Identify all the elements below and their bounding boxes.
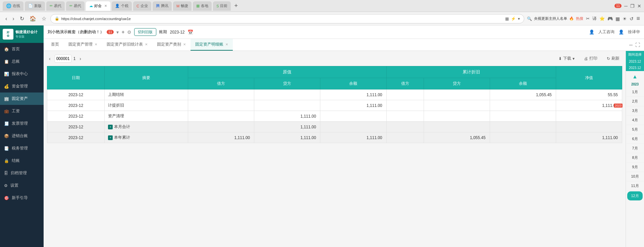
- period-item-2[interactable]: 2月: [626, 97, 644, 106]
- cell-summary: 计提折旧: [105, 100, 188, 111]
- browser-tab-10[interactable]: ▦ 各地: [193, 1, 212, 11]
- tab-asset-ledger[interactable]: 固定资产明细账 ✕: [191, 39, 233, 51]
- sidebar-label-tax: 税务管理: [12, 145, 28, 151]
- url-text: https://cloud.chanjet.com/accounting/uw1…: [61, 17, 503, 21]
- browser-tab-1[interactable]: 🌐 在线: [3, 1, 23, 11]
- grid-icon[interactable]: ▦: [615, 16, 620, 21]
- tab-fixed-assets[interactable]: 固定资产管理 ✕: [64, 39, 102, 51]
- sidebar-item-tax[interactable]: 📑 税务管理: [0, 142, 44, 155]
- switch-version-button[interactable]: 切到旧版: [134, 28, 156, 36]
- period-item-5[interactable]: 5月: [626, 125, 644, 134]
- browser-restore[interactable]: ❐: [630, 3, 635, 9]
- forward-button[interactable]: ›: [11, 14, 15, 23]
- browser-tab-5[interactable]: ☁ 好会 ✕: [86, 1, 110, 11]
- next-page-button[interactable]: ›: [77, 55, 83, 62]
- bookmark-button[interactable]: ☆: [40, 14, 48, 23]
- sidebar-item-settings[interactable]: ⚙ 设置: [0, 179, 44, 192]
- browser-tab-11[interactable]: S 目前: [213, 1, 231, 11]
- browser-tab-2[interactable]: 📄 新版: [25, 1, 45, 11]
- sidebar-item-fixed-assets[interactable]: 🏢 固定资产: [0, 92, 44, 105]
- cell-net-value: [556, 122, 622, 132]
- scissors-icon[interactable]: ✂: [586, 16, 590, 21]
- period-item-3[interactable]: 3月: [626, 106, 644, 116]
- cell-orig-credit: 1,111.00: [254, 132, 320, 143]
- period-item-11[interactable]: 11月: [626, 181, 644, 191]
- print-button[interactable]: 🖨 打印: [581, 54, 600, 63]
- new-tab-button[interactable]: +: [232, 2, 240, 9]
- period-item-4[interactable]: 4月: [626, 116, 644, 125]
- back-button[interactable]: ‹: [4, 14, 8, 23]
- period-item-7[interactable]: 7月: [626, 144, 644, 153]
- sidebar-item-archive[interactable]: 🗄 归档管理: [0, 167, 44, 179]
- browser-tab-7[interactable]: C 企业: [133, 1, 151, 11]
- download-dropdown[interactable]: ▾: [573, 56, 575, 61]
- right-panel: 期间选择 2023.12 2023.12 ▲ 2023 1月 2月 3月 4月 …: [626, 51, 644, 247]
- star-icon[interactable]: ⭐: [599, 16, 605, 21]
- ledger-icon: 📋: [4, 59, 9, 64]
- add-company-button[interactable]: +: [121, 29, 124, 35]
- gamepad-icon[interactable]: 🎮: [607, 16, 613, 21]
- period-item-6[interactable]: 6月: [626, 134, 644, 144]
- tab-asset-category-label: 固定资产类别: [157, 42, 181, 47]
- support-label[interactable]: 人工咨询: [598, 29, 614, 35]
- period-item-1[interactable]: 1月: [626, 87, 644, 97]
- browser-tab-close-5[interactable]: ✕: [104, 4, 107, 8]
- brightness-icon[interactable]: ☀: [623, 16, 627, 21]
- period-item-8[interactable]: 8月: [626, 153, 644, 163]
- tab-fixed-assets-close[interactable]: ✕: [95, 43, 97, 46]
- tab-depreciation-stats[interactable]: 固定资产折旧统计表 ✕: [102, 39, 152, 51]
- history-icon[interactable]: ↺: [630, 16, 634, 21]
- sidebar-item-closing[interactable]: 🔒 结账: [0, 155, 44, 167]
- download-icon: ⬇: [558, 56, 562, 61]
- tab-depreciation-stats-close[interactable]: ✕: [145, 43, 148, 46]
- sidebar-item-home[interactable]: 🏠 首页: [0, 43, 44, 55]
- table-row: 2023-12 计提折旧 1,111.00 1,111.00: [47, 100, 622, 111]
- dropdown-icon[interactable]: ▾: [518, 16, 520, 21]
- download-button[interactable]: ⬇ 下载 ▾: [556, 54, 577, 63]
- scroll-up-button[interactable]: ▲: [626, 72, 644, 81]
- tab-asset-category[interactable]: 固定资产类别 ✕: [152, 39, 191, 51]
- sidebar-item-invoice[interactable]: 🧾 发票管理: [0, 117, 44, 130]
- cell-orig-balance: 1,111.00: [320, 89, 386, 100]
- browser-tab-6[interactable]: 👤 个税: [112, 1, 132, 11]
- menu-icon[interactable]: ≡: [636, 15, 640, 22]
- prev-page-button[interactable]: ‹: [47, 55, 53, 62]
- browser-close[interactable]: ✕: [637, 3, 641, 9]
- home-button[interactable]: 🏠: [28, 14, 38, 23]
- tab-home[interactable]: 首页: [46, 39, 64, 51]
- refresh-button[interactable]: ↻ 刷新: [604, 54, 622, 63]
- period-item-9[interactable]: 9月: [626, 163, 644, 172]
- translate-icon[interactable]: 译: [592, 16, 597, 22]
- browser-tab-8[interactable]: 腾 腾讯: [153, 1, 172, 11]
- period-item-12[interactable]: 12月: [627, 191, 643, 201]
- cell-net-value: 1,111.00: [556, 132, 622, 143]
- browser-minimize[interactable]: ─: [624, 3, 628, 9]
- sidebar-item-inventory[interactable]: 📦 进销台账: [0, 130, 44, 142]
- sidebar-item-guide[interactable]: 🎯 新手引导: [0, 192, 44, 204]
- calendar-icon[interactable]: 📅: [187, 29, 193, 35]
- sidebar-item-general-ledger[interactable]: 📋 总账: [0, 55, 44, 68]
- tab-expand-button[interactable]: ⛶: [635, 42, 640, 48]
- sidebar-label-reports: 报表中心: [12, 71, 28, 77]
- sidebar-label-inventory: 进销台账: [12, 133, 28, 139]
- browser-tab-4[interactable]: ✏ 易代: [66, 1, 85, 11]
- archive-icon: 🗄: [4, 171, 8, 176]
- sidebar-item-reports[interactable]: 📊 报表中心: [0, 68, 44, 80]
- page-code-input[interactable]: [55, 55, 71, 63]
- url-bar[interactable]: 🔒 https://cloud.chanjet.com/accounting/u…: [50, 14, 525, 23]
- settings-dots[interactable]: ⚙: [127, 29, 131, 35]
- browser-tab-3[interactable]: ✏ 易代: [46, 1, 65, 11]
- th-acc-balance: 余额: [490, 78, 556, 89]
- browser-tab-9[interactable]: M 畅捷: [173, 1, 192, 11]
- sidebar-item-fund[interactable]: 💰 资金管理: [0, 80, 44, 92]
- tab-home-label: 首页: [51, 42, 59, 47]
- tab-asset-category-close[interactable]: ✕: [183, 43, 186, 46]
- period-item-10[interactable]: 10月: [626, 172, 644, 181]
- tab-asset-ledger-close[interactable]: ✕: [225, 43, 228, 46]
- sidebar-item-payroll[interactable]: 💼 工资: [0, 105, 44, 117]
- cell-date: 2023-12: [47, 122, 105, 132]
- dropdown-arrow[interactable]: ▾: [116, 29, 119, 35]
- reload-button[interactable]: ↻: [18, 14, 25, 23]
- tab-minimize-button[interactable]: ─: [629, 42, 633, 48]
- sidebar-label-fixed-assets: 固定资产: [12, 96, 28, 102]
